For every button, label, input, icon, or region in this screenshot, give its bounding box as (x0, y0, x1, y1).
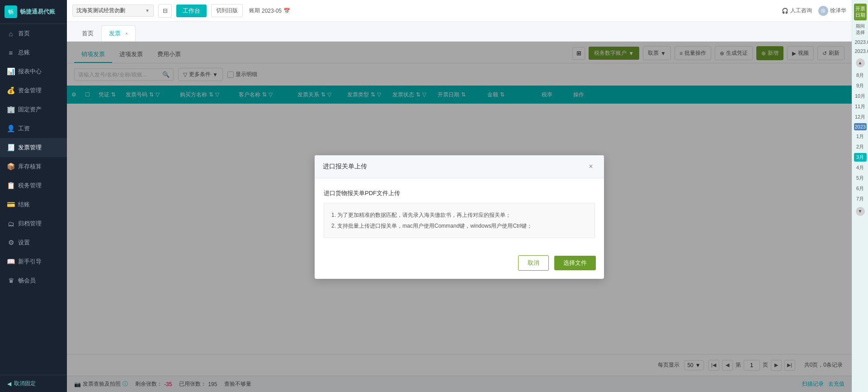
right-panel-month-0[interactable]: 2023.03 (854, 38, 867, 46)
funds-icon: 💰 (7, 87, 14, 94)
right-panel: 开票日期 期间选择 2023.03 2023.03 ▲ 8月 9月 10月 11… (852, 0, 868, 392)
modal-info-item-2: 2. 支持批量上传进口报关单，mac用户使用Command键，windows用户… (331, 220, 587, 231)
company-icon-btn[interactable]: ⊟ (158, 4, 172, 18)
nav-tabs-bar: 首页 发票 × (67, 22, 852, 42)
home-icon: ⌂ (7, 30, 14, 37)
sidebar-item-label: 结账 (18, 201, 30, 209)
right-panel-down-arrows: ▼ (856, 207, 865, 216)
right-panel-year-2023[interactable]: 2023 (854, 123, 867, 130)
sidebar-item-label: 报表中心 (18, 67, 42, 76)
right-panel-month-6[interactable]: 6月 (854, 184, 867, 193)
sidebar-item-archive[interactable]: 🗂 归档管理 (0, 214, 67, 233)
inventory-icon: 📦 (7, 163, 14, 170)
sidebar: 畅 畅捷通易代账 ⌂ 首页 ≡ 总账 📊 报表中心 💰 资金管理 🏢 固定资产 … (0, 0, 67, 392)
right-panel-month-1[interactable]: 2023.03 (854, 48, 867, 55)
sidebar-item-invoice[interactable]: 🧾 发票管理 (0, 138, 67, 157)
sidebar-toggle[interactable]: ◀ 取消固定 (0, 375, 67, 392)
modal-body: 进口货物报关单PDF文件上传 1. 为了更加精准的数据匹配，请先录入海关缴款书，… (315, 178, 604, 249)
company-dropdown-arrow: ▼ (145, 8, 150, 13)
logo-icon: 畅 (5, 5, 17, 18)
sidebar-item-home[interactable]: ⌂ 首页 (0, 24, 67, 43)
sidebar-item-salary[interactable]: 👤 工资 (0, 119, 67, 138)
sidebar-item-label: 资金管理 (18, 86, 42, 95)
tab-invoice[interactable]: 发票 × (101, 25, 136, 41)
sidebar-item-settlement[interactable]: 💳 结账 (0, 195, 67, 214)
right-panel-month-1[interactable]: 1月 (854, 132, 867, 141)
right-panel-month-2[interactable]: 2月 (854, 143, 867, 151)
archive-icon: 🗂 (7, 220, 14, 227)
calendar-icon: 📅 (283, 8, 290, 14)
fixed-assets-icon: 🏢 (7, 106, 14, 113)
sidebar-item-member[interactable]: ♛ 畅会员 (0, 271, 67, 290)
invoice-icon: 🧾 (7, 144, 14, 151)
modal-info-item-1: 1. 为了更加精准的数据匹配，请先录入海关缴款书，再上传对应的报关单； (331, 210, 587, 220)
ledger-icon: ≡ (7, 49, 14, 56)
sidebar-item-label: 归档管理 (18, 220, 42, 228)
avatar: 徐 (818, 6, 828, 16)
modal-section-title: 进口货物报关单PDF文件上传 (324, 189, 595, 197)
period-select-label: 期间选择 (854, 22, 867, 37)
sidebar-item-label: 总账 (18, 48, 30, 57)
sidebar-item-label: 发票管理 (18, 143, 42, 152)
salary-icon: 👤 (7, 125, 14, 132)
member-icon: ♛ (7, 277, 14, 284)
period-display: 账期 2023-05 📅 (249, 7, 290, 14)
modal-header: 进口报关单上传 × (315, 155, 604, 178)
open-date-btn[interactable]: 开票日期 (854, 4, 867, 20)
workspace-btn[interactable]: 工作台 (176, 5, 207, 17)
right-panel-month-8[interactable]: 8月 (854, 71, 867, 80)
right-panel-arrows: ▲ (856, 58, 865, 67)
right-panel-month-11[interactable]: 11月 (854, 102, 867, 111)
toggle-label: 取消固定 (14, 380, 36, 387)
modal-select-file-btn[interactable]: 选择文件 (554, 256, 596, 270)
sidebar-item-reports[interactable]: 📊 报表中心 (0, 62, 67, 81)
help-btn[interactable]: 🎧 人工咨询 (782, 7, 812, 14)
sidebar-item-guide[interactable]: 📖 新手引导 (0, 252, 67, 271)
right-panel-month-3-current[interactable]: 3月 (854, 153, 867, 162)
modal-info-box: 1. 为了更加精准的数据匹配，请先录入海关缴款书，再上传对应的报关单； 2. 支… (324, 203, 595, 238)
sidebar-item-inventory[interactable]: 📦 库存核算 (0, 157, 67, 176)
tax-icon: 📋 (7, 182, 14, 189)
sidebar-item-settings[interactable]: ⚙ 设置 (0, 233, 67, 252)
settlement-icon: 💳 (7, 201, 14, 208)
tab-home[interactable]: 首页 (74, 25, 101, 41)
sidebar-item-ledger[interactable]: ≡ 总账 (0, 43, 67, 62)
modal-overlay[interactable]: 进口报关单上传 × 进口货物报关单PDF文件上传 1. 为了更加精准的数据匹配，… (67, 42, 852, 392)
right-panel-month-9[interactable]: 9月 (854, 81, 867, 90)
right-panel-month-5[interactable]: 5月 (854, 174, 867, 182)
sidebar-item-label: 工资 (18, 124, 30, 133)
sidebar-item-fixed-assets[interactable]: 🏢 固定资产 (0, 100, 67, 119)
sidebar-item-label: 固定资产 (18, 105, 42, 114)
topbar: 沈海英测试经营勿删 ▼ ⊟ 工作台 切到旧版 账期 2023-05 📅 🎧 人工… (67, 0, 852, 22)
scroll-down-btn[interactable]: ▼ (856, 207, 865, 216)
sidebar-item-label: 畅会员 (18, 277, 36, 285)
modal-import-customs: 进口报关单上传 × 进口货物报关单PDF文件上传 1. 为了更加精准的数据匹配，… (315, 155, 604, 279)
guide-icon: 📖 (7, 258, 14, 265)
switch-version-btn[interactable]: 切到旧版 (211, 4, 243, 17)
close-icon: × (589, 163, 593, 171)
settings-icon: ⚙ (7, 239, 14, 246)
sidebar-item-funds[interactable]: 💰 资金管理 (0, 81, 67, 100)
modal-title: 进口报关单上传 (323, 163, 367, 171)
sidebar-item-label: 首页 (18, 29, 30, 38)
right-panel-month-10[interactable]: 10月 (854, 92, 867, 100)
company-selector[interactable]: 沈海英测试经营勿删 ▼ (72, 5, 154, 17)
building-icon: ⊟ (163, 7, 168, 14)
right-panel-month-4[interactable]: 4月 (854, 163, 867, 172)
right-panel-month-12[interactable]: 12月 (854, 113, 867, 121)
sidebar-item-tax[interactable]: 📋 税务管理 (0, 176, 67, 195)
modal-cancel-btn[interactable]: 取消 (518, 255, 549, 271)
reports-icon: 📊 (7, 68, 14, 75)
main-area: 沈海英测试经营勿删 ▼ ⊟ 工作台 切到旧版 账期 2023-05 📅 🎧 人工… (67, 0, 852, 392)
sidebar-item-label: 设置 (18, 239, 30, 247)
modal-footer: 取消 选择文件 (315, 249, 604, 279)
close-tab-icon[interactable]: × (125, 31, 128, 36)
right-panel-month-7[interactable]: 7月 (854, 195, 867, 203)
headset-icon: 🎧 (782, 8, 788, 14)
app-name: 畅捷通易代账 (20, 8, 55, 16)
company-name: 沈海英测试经营勿删 (76, 7, 142, 14)
user-menu[interactable]: 徐 徐泽华 (818, 6, 846, 16)
modal-close-btn[interactable]: × (586, 162, 596, 172)
scroll-up-btn[interactable]: ▲ (856, 58, 865, 67)
app-logo: 畅 畅捷通易代账 (0, 0, 67, 24)
